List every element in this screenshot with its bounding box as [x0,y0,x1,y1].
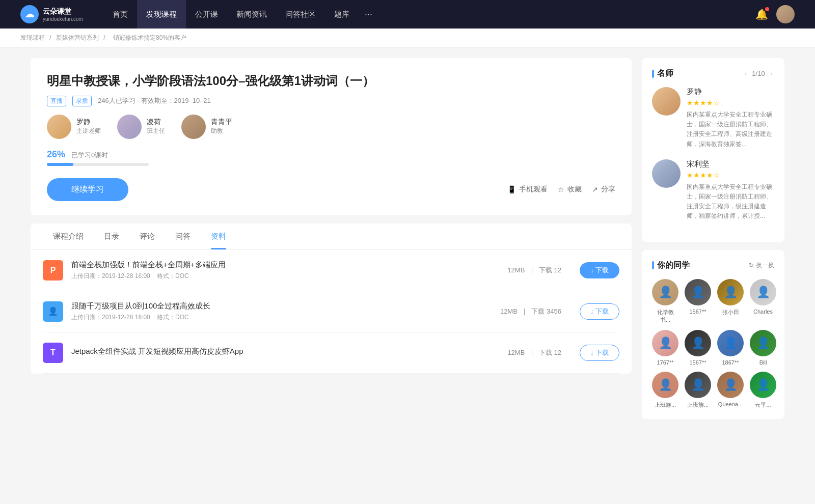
resource-item-1: 👤 跟随千万级项目从0到100全过程高效成长 上传日期：2019-12-28 1… [43,291,619,332]
teachers-list: 罗静 主讲老师 凌荷 班主任 [47,115,615,139]
teacher-0-role: 主讲老师 [76,127,101,135]
nav-item-quiz[interactable]: 题库 [325,0,359,29]
classmate-1-2: 👤 1867** [717,330,744,366]
classmates-grid: 👤 化学教书... 👤 1567** 👤 张小田 👤 Charles [652,279,774,409]
teacher-1-avatar [117,115,142,139]
teacher-2: 青青平 助教 [181,115,232,139]
classmate-2-1: 👤 上班族... [685,372,711,409]
panel-nav-teachers: ‹ 1/10 › [743,69,774,78]
classmate-name-0-0: 化学教书... [652,309,678,324]
classmate-0-2: 👤 张小田 [717,279,744,324]
page-indicator: 1/10 [752,70,765,77]
continue-learning-button[interactable]: 继续学习 [47,178,128,201]
tag-record: 录播 [72,96,92,106]
classmate-avatar-1-1[interactable]: 👤 [685,330,711,356]
teacher-1-info: 凌荷 班主任 [147,118,165,135]
breadcrumb-link-series[interactable]: 新媒体营销系列 [56,34,99,41]
download-button-1[interactable]: ↓ 下载 [580,303,619,320]
classmate-name-0-2: 张小田 [722,309,739,316]
logo-icon: ☁ [20,5,39,23]
user-avatar[interactable] [776,5,795,23]
content-area: 明星中教授课，小学阶段语法100分–强化级第1讲动词（一） 直播 录播 246人… [31,58,632,427]
star-icon: ☆ [558,185,564,193]
share-button[interactable]: ↗ 分享 [592,185,615,194]
classmate-avatar-2-1[interactable]: 👤 [685,372,711,398]
teacher-2-role: 助教 [211,127,232,135]
famous-teacher-1-avatar [652,159,681,188]
breadcrumb-link-discover[interactable]: 发现课程 [20,34,45,41]
classmate-avatar-1-0[interactable]: 👤 [652,330,678,356]
resource-stats-1: 12MB ｜ 下载 3456 [500,307,561,316]
teacher-0-avatar [47,115,71,139]
breadcrumb: 发现课程 / 新媒体营销系列 / 销冠修炼术搞定80%的客户 [0,29,815,48]
classmate-name-2-1: 上班族... [687,401,709,409]
logo[interactable]: ☁ 云朵课堂 yundouketan.com [20,5,83,23]
resource-meta-1: 上传日期：2019-12-28 16:00 格式：DOC [71,313,492,322]
classmate-avatar-1-3[interactable]: 👤 [750,330,776,356]
classmate-avatar-0-3[interactable]: 👤 [750,279,776,305]
resource-stats-2: 12MB ｜ 下载 12 [507,348,561,357]
classmate-avatar-0-1[interactable]: 👤 [685,279,711,305]
mobile-watch-button[interactable]: 📱 手机观看 [507,185,548,194]
resource-list: P 前端全栈加强版！前端全栈+全周期+多端应用 上传日期：2019-12-28 … [31,250,632,374]
next-teacher-button[interactable]: › [768,69,774,78]
classmate-2-0: 👤 上班族... [652,372,678,409]
share-icon: ↗ [592,185,598,193]
tab-resources[interactable]: 资料 [201,223,236,249]
tab-catalog[interactable]: 目录 [94,223,129,249]
classmate-avatar-2-2[interactable]: 👤 [717,372,744,398]
refresh-icon: ↻ [749,262,754,269]
sidebar: 名师 ‹ 1/10 › 罗静 ★★★★☆ 国内某重点大学安全工程专业硕士，国家一… [642,58,784,427]
teacher-1-name: 凌荷 [147,118,165,127]
classmate-avatar-0-2[interactable]: 👤 [717,279,744,305]
nav-more[interactable]: ··· [359,9,378,20]
download-button-0[interactable]: ↓ 下载 [580,262,619,278]
classmate-avatar-1-2[interactable]: 👤 [717,330,744,356]
refresh-classmates-button[interactable]: ↻ 换一换 [749,261,774,270]
famous-teachers-panel: 名师 ‹ 1/10 › 罗静 ★★★★☆ 国内某重点大学安全工程专业硕士，国家一… [642,58,784,242]
notification-dot [765,7,769,11]
teacher-1-role: 班主任 [147,127,165,135]
nav-item-qa[interactable]: 问答社区 [276,0,325,29]
nav-item-home[interactable]: 首页 [103,0,137,29]
classmate-name-1-0: 1767** [657,359,673,366]
nav-item-news[interactable]: 新闻资讯 [227,0,276,29]
download-button-2[interactable]: ↓ 下载 [580,345,619,361]
course-stats: 246人已学习 · 有效期至：2019–10–21 [98,96,211,105]
resource-icon-0: P [43,260,63,281]
course-title: 明星中教授课，小学阶段语法100分–强化级第1讲动词（一） [47,72,615,90]
nav-item-open[interactable]: 公开课 [186,0,227,29]
breadcrumb-sep-2: / [103,34,107,41]
avatar-image [776,5,795,23]
nav-item-discover[interactable]: 发现课程 [137,0,186,29]
classmate-name-2-2: Queena... [718,401,743,407]
resource-name-0: 前端全栈加强版！前端全栈+全周期+多端应用 [71,260,499,270]
classmate-avatar-2-3[interactable]: 👤 [750,372,776,398]
classmates-panel: 你的同学 ↻ 换一换 👤 化学教书... 👤 1567** 👤 [642,250,784,419]
action-buttons: 📱 手机观看 ☆ 收藏 ↗ 分享 [507,185,615,194]
tabs: 课程介绍 目录 评论 问答 资料 [31,223,632,250]
prev-teacher-button[interactable]: ‹ [743,69,749,78]
teacher-2-name: 青青平 [211,118,232,127]
tab-comments[interactable]: 评论 [129,223,165,249]
main-layout: 明星中教授课，小学阶段语法100分–强化级第1讲动词（一） 直播 录播 246人… [10,48,805,437]
classmate-2-3: 👤 云平... [750,372,776,409]
classmate-1-3: 👤 Bill [750,330,776,366]
teacher-0-name: 罗静 [76,118,101,127]
bell-icon[interactable]: 🔔 [755,8,768,20]
tab-intro[interactable]: 课程介绍 [43,223,94,249]
progress-section: 26% 已学习0课时 [47,149,615,166]
collect-button[interactable]: ☆ 收藏 [558,185,582,194]
classmate-name-0-3: Charles [753,309,773,315]
classmate-name-0-1: 1567** [689,309,706,315]
resource-item-2: T Jetpack全组件实战 开发短视频应用高仿皮皮虾App 12MB ｜ 下载… [43,332,619,374]
tab-qa[interactable]: 问答 [165,223,201,249]
famous-teacher-1-name: 宋利坚 [687,159,774,169]
classmate-avatar-2-0[interactable]: 👤 [652,372,678,398]
classmate-avatar-0-0[interactable]: 👤 [652,279,678,305]
breadcrumb-sep-1: / [49,34,53,41]
famous-teacher-1-desc: 国内某重点大学安全工程专业硕士，国家一级注册消防工程师、注册安全工程师，级注册建… [687,182,774,221]
mobile-icon: 📱 [507,185,516,193]
famous-teacher-1-info: 宋利坚 ★★★★☆ 国内某重点大学安全工程专业硕士，国家一级注册消防工程师、注册… [687,159,774,221]
teacher-2-avatar [181,115,206,139]
